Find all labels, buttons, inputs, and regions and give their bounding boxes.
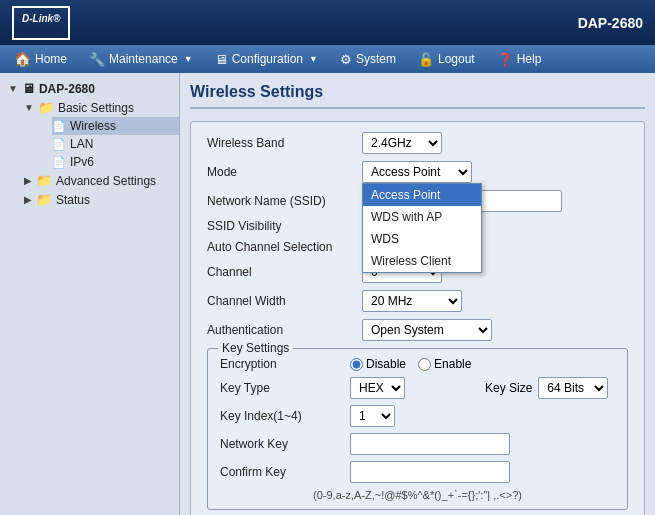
channel-label: Channel: [207, 265, 362, 279]
sidebar-lan[interactable]: 📄 LAN: [16, 135, 179, 153]
router-icon: 🖥: [22, 81, 35, 96]
authentication-row: Authentication Open System WPA-Personal …: [207, 319, 628, 341]
nav-maintenance[interactable]: 🔧 Maintenance ▼: [79, 49, 203, 70]
mode-select[interactable]: Access Point WDS with AP WDS Wireless Cl…: [362, 161, 472, 183]
channel-width-select[interactable]: 20 MHz 40 MHz: [362, 290, 462, 312]
mode-option-wds[interactable]: WDS: [363, 228, 481, 250]
key-size-select[interactable]: 64 Bits 128 Bits: [538, 377, 608, 399]
sidebar-basic-settings[interactable]: ▼ 📁 Basic Settings: [16, 98, 179, 117]
configuration-arrow: ▼: [309, 54, 318, 64]
page-icon-lan: 📄: [52, 138, 66, 151]
key-index-select[interactable]: 1 2 3 4: [350, 405, 395, 427]
channel-width-label: Channel Width: [207, 294, 362, 308]
sidebar: ▼ 🖥 DAP-2680 ▼ 📁 Basic Settings 📄 Wirele…: [0, 73, 180, 515]
dlink-logo: D-Link®: [12, 6, 70, 40]
encryption-disable-label[interactable]: Disable: [350, 357, 406, 371]
ssid-label: Network Name (SSID): [207, 194, 362, 208]
mode-label: Mode: [207, 165, 362, 179]
encryption-disable-radio[interactable]: [350, 358, 363, 371]
header: D-Link® DAP-2680: [0, 0, 655, 45]
content-area: Wireless Settings Wireless Band 2.4GHz 5…: [180, 73, 655, 515]
logout-icon: 🔓: [418, 52, 434, 67]
encryption-enable-label[interactable]: Enable: [418, 357, 471, 371]
confirm-key-row: Confirm Key: [220, 461, 615, 483]
mode-dropdown-menu: Access Point WDS with AP WDS Wireless Cl…: [362, 183, 482, 273]
key-index-label: Key Index(1~4): [220, 409, 350, 423]
network-key-label: Network Key: [220, 437, 350, 451]
sidebar-status-group: ▶ 📁 Status: [0, 190, 179, 209]
encryption-label: Encryption: [220, 357, 350, 371]
key-settings-box: Key Settings Encryption Disable Enable: [207, 348, 628, 510]
wireless-form: Wireless Band 2.4GHz 5GHz Mode Access Po…: [190, 121, 645, 515]
main-layout: ▼ 🖥 DAP-2680 ▼ 📁 Basic Settings 📄 Wirele…: [0, 73, 655, 515]
folder-icon-advanced: 📁: [36, 173, 52, 188]
key-settings-legend: Key Settings: [218, 341, 293, 355]
nav-home[interactable]: 🏠 Home: [4, 48, 77, 70]
sidebar-advanced-settings-group: ▶ 📁 Advanced Settings: [0, 171, 179, 190]
wireless-band-row: Wireless Band 2.4GHz 5GHz: [207, 132, 628, 154]
navbar: 🏠 Home 🔧 Maintenance ▼ 🖥 Configuration ▼…: [0, 45, 655, 73]
hint-text: (0-9,a-z,A-Z,~!@#$%^&*()_+`-={};':"| ,.<…: [220, 489, 615, 501]
sidebar-status[interactable]: ▶ 📁 Status: [16, 190, 179, 209]
confirm-key-input[interactable]: [350, 461, 510, 483]
root-expand-icon: ▼: [8, 83, 18, 94]
status-expand-icon: ▶: [24, 194, 32, 205]
page-icon-wireless: 📄: [52, 120, 66, 133]
key-type-label: Key Type: [220, 381, 350, 395]
sidebar-ipv6[interactable]: 📄 IPv6: [16, 153, 179, 171]
folder-icon: 📁: [38, 100, 54, 115]
folder-icon-status: 📁: [36, 192, 52, 207]
nav-configuration[interactable]: 🖥 Configuration ▼: [205, 49, 328, 70]
key-type-select[interactable]: HEX ASCII: [350, 377, 405, 399]
mode-dropdown-wrapper: Access Point WDS with AP WDS Wireless Cl…: [362, 161, 472, 183]
advanced-expand-icon: ▶: [24, 175, 32, 186]
channel-width-row: Channel Width 20 MHz 40 MHz: [207, 290, 628, 312]
sidebar-root[interactable]: ▼ 🖥 DAP-2680: [0, 79, 179, 98]
maintenance-arrow: ▼: [184, 54, 193, 64]
auto-channel-label: Auto Channel Selection: [207, 240, 362, 254]
key-type-row: Key Type HEX ASCII Key Size 64 Bits 128 …: [220, 377, 615, 399]
nav-system[interactable]: ⚙ System: [330, 49, 406, 70]
encryption-row: Encryption Disable Enable: [220, 357, 615, 371]
ssid-visibility-label: SSID Visibility: [207, 219, 362, 233]
sidebar-advanced-settings[interactable]: ▶ 📁 Advanced Settings: [16, 171, 179, 190]
nav-logout[interactable]: 🔓 Logout: [408, 49, 485, 70]
page-icon-ipv6: 📄: [52, 156, 66, 169]
network-key-input[interactable]: [350, 433, 510, 455]
sidebar-basic-settings-group: ▼ 📁 Basic Settings 📄 Wireless 📄 LAN 📄: [0, 98, 179, 171]
key-index-row: Key Index(1~4) 1 2 3 4: [220, 405, 615, 427]
confirm-key-label: Confirm Key: [220, 465, 350, 479]
key-size-label: Key Size: [485, 381, 532, 395]
system-icon: ⚙: [340, 52, 352, 67]
home-icon: 🏠: [14, 51, 31, 67]
nav-help[interactable]: ❓ Help: [487, 49, 552, 70]
model-label: DAP-2680: [578, 15, 643, 31]
wireless-band-select[interactable]: 2.4GHz 5GHz: [362, 132, 442, 154]
mode-option-wireless-client[interactable]: Wireless Client: [363, 250, 481, 272]
encryption-enable-radio[interactable]: [418, 358, 431, 371]
authentication-label: Authentication: [207, 323, 362, 337]
authentication-select[interactable]: Open System WPA-Personal WPA2-Personal W…: [362, 319, 492, 341]
mode-row: Mode Access Point WDS with AP WDS Wirele…: [207, 161, 628, 183]
help-icon: ❓: [497, 52, 513, 67]
monitor-icon: 🖥: [215, 52, 228, 67]
mode-option-ap[interactable]: Access Point: [363, 184, 481, 206]
encryption-radio-group: Disable Enable: [350, 357, 471, 371]
basic-expand-icon: ▼: [24, 102, 34, 113]
wireless-band-label: Wireless Band: [207, 136, 362, 150]
network-key-row: Network Key: [220, 433, 615, 455]
sidebar-wireless[interactable]: 📄 Wireless: [16, 117, 179, 135]
mode-option-wds-ap[interactable]: WDS with AP: [363, 206, 481, 228]
wrench-icon: 🔧: [89, 52, 105, 67]
page-title: Wireless Settings: [190, 83, 645, 109]
